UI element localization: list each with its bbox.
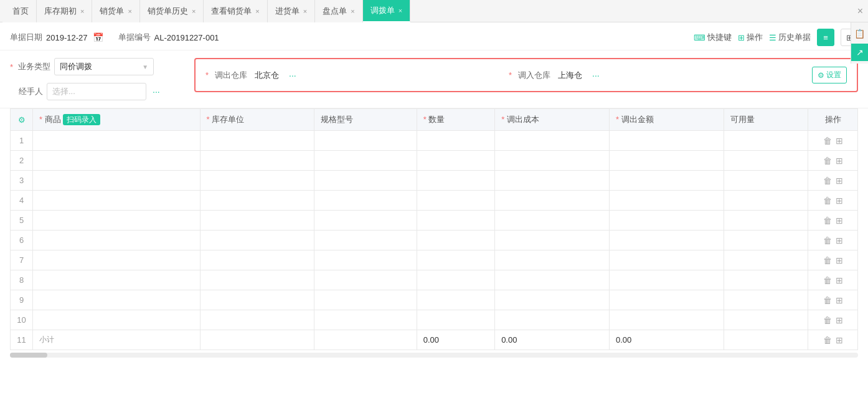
copy-icon-6[interactable]: ⊞ bbox=[836, 236, 843, 245]
amount-cell-9[interactable] bbox=[610, 290, 724, 310]
quantity-cell-3[interactable] bbox=[417, 171, 494, 191]
amount-cell-7[interactable] bbox=[610, 250, 724, 270]
tab-purchase[interactable]: 进货单 × bbox=[268, 0, 315, 22]
spec-cell-8[interactable] bbox=[314, 270, 417, 290]
quantity-cell-1[interactable] bbox=[417, 131, 494, 151]
copy-icon-5[interactable]: ⊞ bbox=[836, 216, 843, 226]
sidebar-expand-icon[interactable]: ↗ bbox=[851, 44, 869, 61]
tab-close-inventory-init[interactable]: × bbox=[80, 7, 84, 15]
quantity-cell-7[interactable] bbox=[417, 250, 494, 270]
cost-cell-5[interactable] bbox=[495, 211, 610, 231]
copy-icon-9[interactable]: ⊞ bbox=[836, 295, 843, 305]
cost-cell-10[interactable] bbox=[495, 310, 610, 330]
unit-cell-5[interactable] bbox=[200, 211, 314, 231]
spec-cell-9[interactable] bbox=[314, 290, 417, 310]
tab-home[interactable]: 首页 bbox=[2, 0, 37, 22]
amount-cell-8[interactable] bbox=[610, 270, 724, 290]
tab-close-stocktake[interactable]: × bbox=[351, 7, 354, 15]
quantity-cell-2[interactable] bbox=[417, 151, 494, 171]
cost-cell-2[interactable] bbox=[495, 151, 610, 171]
unit-cell-2[interactable] bbox=[200, 151, 314, 171]
amount-cell-10[interactable] bbox=[610, 310, 724, 330]
cost-cell-8[interactable] bbox=[495, 270, 610, 290]
delete-icon-8[interactable]: 🗑 bbox=[823, 275, 832, 285]
product-cell-4[interactable] bbox=[33, 191, 200, 211]
product-cell-10[interactable] bbox=[33, 310, 200, 330]
product-cell-6[interactable] bbox=[33, 231, 200, 250]
transfer-out-more-icon[interactable]: ··· bbox=[289, 70, 296, 80]
spec-cell-7[interactable] bbox=[314, 250, 417, 270]
tab-close-view-sales[interactable]: × bbox=[255, 7, 259, 15]
scan-button[interactable]: 扫码录入 bbox=[63, 114, 100, 125]
operations-btn[interactable]: ⊞ 操作 bbox=[738, 32, 763, 43]
copy-icon-8[interactable]: ⊞ bbox=[836, 275, 843, 285]
settings-button[interactable]: ⚙ 设置 bbox=[812, 67, 847, 83]
transfer-in-more-icon[interactable]: ··· bbox=[592, 70, 600, 80]
unit-cell-8[interactable] bbox=[200, 270, 314, 290]
delete-icon-9[interactable]: 🗑 bbox=[823, 295, 832, 305]
delete-icon-2[interactable]: 🗑 bbox=[823, 156, 832, 166]
unit-cell-1[interactable] bbox=[200, 131, 314, 151]
tab-close-purchase[interactable]: × bbox=[303, 7, 307, 15]
business-type-input[interactable]: 同价调拨 ▼ bbox=[54, 58, 154, 75]
product-cell-9[interactable] bbox=[33, 290, 200, 310]
view-list-btn[interactable]: ≡ bbox=[817, 29, 834, 46]
unit-cell-9[interactable] bbox=[200, 290, 314, 310]
copy-icon-2[interactable]: ⊞ bbox=[836, 156, 843, 166]
product-cell-3[interactable] bbox=[33, 171, 200, 191]
cost-cell-7[interactable] bbox=[495, 250, 610, 270]
tab-close-transfer[interactable]: × bbox=[399, 7, 402, 14]
copy-icon-4[interactable]: ⊞ bbox=[836, 196, 843, 206]
horizontal-scrollbar[interactable] bbox=[10, 353, 858, 358]
unit-cell-4[interactable] bbox=[200, 191, 314, 211]
tab-sales-history[interactable]: 销货单历史 × bbox=[140, 0, 204, 22]
gear-icon-table[interactable]: ⚙ bbox=[18, 115, 26, 125]
delete-icon-4[interactable]: 🗑 bbox=[823, 196, 832, 206]
delete-icon-5[interactable]: 🗑 bbox=[823, 216, 832, 226]
handler-input[interactable]: 选择... bbox=[47, 83, 146, 100]
cost-cell-9[interactable] bbox=[495, 290, 610, 310]
product-cell-5[interactable] bbox=[33, 211, 200, 231]
quantity-cell-10[interactable] bbox=[417, 310, 494, 330]
quantity-cell-9[interactable] bbox=[417, 290, 494, 310]
window-close-button[interactable]: × bbox=[857, 6, 863, 17]
delete-icon-10[interactable]: 🗑 bbox=[823, 315, 832, 325]
quantity-cell-6[interactable] bbox=[417, 231, 494, 250]
cost-cell-3[interactable] bbox=[495, 171, 610, 191]
tab-sales-order[interactable]: 销货单 × bbox=[92, 0, 139, 22]
tab-view-sales[interactable]: 查看销货单 × bbox=[204, 0, 267, 22]
delete-icon-6[interactable]: 🗑 bbox=[823, 236, 832, 245]
quantity-cell-8[interactable] bbox=[417, 270, 494, 290]
sidebar-notes-icon[interactable]: 📋 bbox=[851, 25, 869, 42]
spec-cell-2[interactable] bbox=[314, 151, 417, 171]
product-cell-7[interactable] bbox=[33, 250, 200, 270]
cost-cell-4[interactable] bbox=[495, 191, 610, 211]
copy-icon-10[interactable]: ⊞ bbox=[836, 315, 843, 325]
copy-icon-1[interactable]: ⊞ bbox=[836, 136, 843, 146]
spec-cell-4[interactable] bbox=[314, 191, 417, 211]
calendar-icon[interactable]: 📅 bbox=[93, 32, 103, 42]
quantity-cell-4[interactable] bbox=[417, 191, 494, 211]
cost-cell-1[interactable] bbox=[495, 131, 610, 151]
amount-cell-6[interactable] bbox=[610, 231, 724, 250]
unit-cell-6[interactable] bbox=[200, 231, 314, 250]
tab-close-sales-history[interactable]: × bbox=[192, 7, 196, 15]
copy-icon[interactable]: ⊞ bbox=[836, 335, 843, 345]
unit-cell-3[interactable] bbox=[200, 171, 314, 191]
tab-inventory-init[interactable]: 库存期初 × bbox=[37, 0, 92, 22]
product-cell-8[interactable] bbox=[33, 270, 200, 290]
delete-icon-7[interactable]: 🗑 bbox=[823, 255, 832, 265]
spec-cell-10[interactable] bbox=[314, 310, 417, 330]
amount-cell-2[interactable] bbox=[610, 151, 724, 171]
amount-cell-3[interactable] bbox=[610, 171, 724, 191]
tab-transfer[interactable]: 调拨单 × bbox=[363, 0, 410, 22]
copy-icon-3[interactable]: ⊞ bbox=[836, 176, 843, 186]
tab-stocktake[interactable]: 盘点单 × bbox=[315, 0, 362, 22]
spec-cell-1[interactable] bbox=[314, 131, 417, 151]
tab-close-sales-order[interactable]: × bbox=[128, 7, 131, 15]
spec-cell-3[interactable] bbox=[314, 171, 417, 191]
amount-cell-1[interactable] bbox=[610, 131, 724, 151]
delete-icon-1[interactable]: 🗑 bbox=[823, 136, 832, 146]
unit-cell-10[interactable] bbox=[200, 310, 314, 330]
handler-more-icon[interactable]: ··· bbox=[153, 87, 160, 97]
